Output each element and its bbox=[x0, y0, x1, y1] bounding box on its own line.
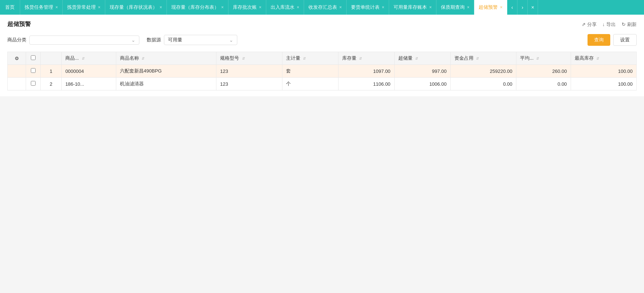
nav-tab-close-6[interactable]: × bbox=[339, 5, 342, 10]
nav-tab-close-0[interactable]: × bbox=[55, 5, 58, 10]
nav-tab-close-7[interactable]: × bbox=[382, 5, 384, 10]
name-column-label: 商品名称 bbox=[120, 55, 139, 61]
nav-tab-label-6: 收发存汇总表 bbox=[308, 4, 337, 11]
nav-tab-label-5: 出入库流水 bbox=[271, 4, 294, 11]
spec-column-header[interactable]: 规格型号 ⇵ bbox=[216, 52, 282, 65]
row-checkbox-cell[interactable] bbox=[26, 65, 41, 78]
stock-column-label: 库存量 bbox=[342, 55, 356, 61]
spec-column-label: 规格型号 bbox=[220, 55, 239, 61]
nav-arrow-right[interactable]: › bbox=[517, 0, 528, 15]
row-code-cell: 186-10... bbox=[62, 78, 116, 90]
unit-column-label: 主计量 bbox=[286, 55, 300, 61]
nav-tab-close-5[interactable]: × bbox=[297, 5, 299, 10]
nav-tab-close-2[interactable]: × bbox=[160, 5, 162, 10]
row-name-cell: 六配套新昌490BPG bbox=[116, 65, 216, 78]
row-overstock-cell: 997.00 bbox=[394, 65, 450, 78]
data-table: ⚙ 商品... ⇵ 商品名称 ⇵ 规格型号 ⇵ bbox=[7, 52, 637, 90]
capital-column-header[interactable]: 资金占用 ⇵ bbox=[450, 52, 516, 65]
datasource-select[interactable]: 可用量 ⌄ bbox=[164, 35, 237, 45]
export-icon: ↓ bbox=[603, 22, 605, 27]
row-checkbox-1[interactable] bbox=[31, 81, 36, 86]
nav-tab-label-1: 拣货异常处理 bbox=[67, 4, 96, 11]
nav-arrow-close[interactable]: × bbox=[528, 0, 538, 15]
checkbox-column-header[interactable] bbox=[26, 52, 41, 65]
nav-tab-4[interactable]: 库存批次账 × bbox=[228, 0, 266, 15]
refresh-button[interactable]: ↻ 刷新 bbox=[622, 21, 637, 28]
share-label: 分享 bbox=[587, 21, 597, 28]
table-body: 1 0000004 六配套新昌490BPG 123 套 1097.00 997.… bbox=[8, 65, 637, 90]
share-icon: ⇗ bbox=[582, 22, 586, 27]
filter-action-buttons: 查询 设置 bbox=[588, 34, 637, 46]
nav-tab-6[interactable]: 收发存汇总表 × bbox=[304, 0, 347, 15]
row-settings-cell bbox=[8, 78, 26, 90]
unit-column-header[interactable]: 主计量 ⇵ bbox=[282, 52, 338, 65]
nav-tab-8[interactable]: 可用量库存账本 × bbox=[389, 0, 436, 15]
select-all-checkbox[interactable] bbox=[31, 55, 36, 60]
row-spec-cell: 123 bbox=[216, 65, 282, 78]
settings-column-header[interactable]: ⚙ bbox=[8, 52, 26, 65]
nav-tab-label-9: 保质期查询 bbox=[441, 4, 465, 11]
nav-tab-label-2: 现存量（库存状况表） bbox=[110, 4, 157, 11]
row-stock-cell: 1097.00 bbox=[338, 65, 394, 78]
code-column-header[interactable]: 商品... ⇵ bbox=[62, 52, 116, 65]
nav-arrow-left[interactable]: ‹ bbox=[507, 0, 517, 15]
page-content: 超储预警 ⇗ 分享 ↓ 导出 ↻ 刷新 商品分类 ⌄ 数据源 bbox=[0, 15, 644, 96]
nav-tab-2[interactable]: 现存量（库存状况表） × bbox=[105, 0, 167, 15]
row-max-cell: 100.00 bbox=[571, 65, 636, 78]
nav-tab-10[interactable]: 超储预警 × bbox=[474, 0, 507, 15]
nav-tab-1[interactable]: 拣货异常处理 × bbox=[63, 0, 105, 15]
export-label: 导出 bbox=[606, 21, 616, 28]
row-max-cell: 100.00 bbox=[571, 78, 636, 90]
row-index-cell: 1 bbox=[41, 65, 62, 78]
nav-tab-close-3[interactable]: × bbox=[221, 5, 224, 10]
share-button[interactable]: ⇗ 分享 bbox=[582, 21, 597, 28]
row-unit-cell: 套 bbox=[282, 65, 338, 78]
nav-tab-7[interactable]: 要货单统计表 × bbox=[347, 0, 389, 15]
nav-tab-0[interactable]: 拣货任务管理 × bbox=[20, 0, 63, 15]
nav-tab-3[interactable]: 现存量（库存分布表） × bbox=[167, 0, 228, 15]
nav-tab-label-0: 拣货任务管理 bbox=[25, 4, 53, 11]
nav-tab-label-3: 现存量（库存分布表） bbox=[171, 4, 219, 11]
stock-column-header[interactable]: 库存量 ⇵ bbox=[338, 52, 394, 65]
stock-sort-icon: ⇵ bbox=[359, 56, 362, 60]
index-column-header bbox=[41, 52, 62, 65]
nav-tab-close-1[interactable]: × bbox=[98, 5, 100, 10]
nav-tab-label-4: 库存批次账 bbox=[233, 4, 257, 11]
table-header-row: ⚙ 商品... ⇵ 商品名称 ⇵ 规格型号 ⇵ bbox=[8, 52, 637, 65]
refresh-label: 刷新 bbox=[627, 21, 637, 28]
capital-column-label: 资金占用 bbox=[454, 55, 473, 61]
header-actions: ⇗ 分享 ↓ 导出 ↻ 刷新 bbox=[582, 21, 637, 28]
code-sort-icon: ⇵ bbox=[82, 56, 85, 60]
nav-tab-5[interactable]: 出入库流水 × bbox=[266, 0, 304, 15]
overstock-column-header[interactable]: 超储量 ⇵ bbox=[394, 52, 450, 65]
overstock-column-label: 超储量 bbox=[398, 55, 413, 61]
avg-sort-icon: ⇵ bbox=[536, 56, 539, 60]
avg-column-header[interactable]: 平均... ⇵ bbox=[516, 52, 571, 65]
table-header: ⚙ 商品... ⇵ 商品名称 ⇵ 规格型号 ⇵ bbox=[8, 52, 637, 65]
query-button[interactable]: 查询 bbox=[588, 34, 610, 46]
row-avg-cell: 260.00 bbox=[516, 65, 571, 78]
name-column-header[interactable]: 商品名称 ⇵ bbox=[116, 52, 216, 65]
row-checkbox-0[interactable] bbox=[31, 68, 36, 73]
spec-sort-icon: ⇵ bbox=[242, 56, 245, 60]
row-checkbox-cell[interactable] bbox=[26, 78, 41, 90]
export-button[interactable]: ↓ 导出 bbox=[603, 21, 616, 28]
datasource-filter-group: 数据源 可用量 ⌄ bbox=[147, 35, 237, 45]
category-select[interactable]: ⌄ bbox=[29, 36, 139, 45]
nav-tab-close-4[interactable]: × bbox=[259, 5, 261, 10]
nav-tab-9[interactable]: 保质期查询 × bbox=[436, 0, 474, 15]
max-column-header[interactable]: 最高库存 ⇵ bbox=[571, 52, 636, 65]
row-name-cell: 机油滤清器 bbox=[116, 78, 216, 90]
row-unit-cell: 个 bbox=[282, 78, 338, 90]
category-filter-group: 商品分类 ⌄ bbox=[7, 36, 139, 45]
nav-home[interactable]: 首页 bbox=[0, 0, 20, 15]
row-avg-cell: 0.00 bbox=[516, 78, 571, 90]
nav-tab-close-8[interactable]: × bbox=[429, 5, 432, 10]
nav-tab-close-9[interactable]: × bbox=[467, 5, 469, 10]
setting-button[interactable]: 设置 bbox=[613, 34, 637, 46]
nav-tab-close-10[interactable]: × bbox=[500, 5, 502, 10]
datasource-value: 可用量 bbox=[168, 37, 182, 43]
avg-column-label: 平均... bbox=[520, 55, 534, 61]
row-code-cell: 0000004 bbox=[62, 65, 116, 78]
row-capital-cell: 0.00 bbox=[450, 78, 516, 90]
